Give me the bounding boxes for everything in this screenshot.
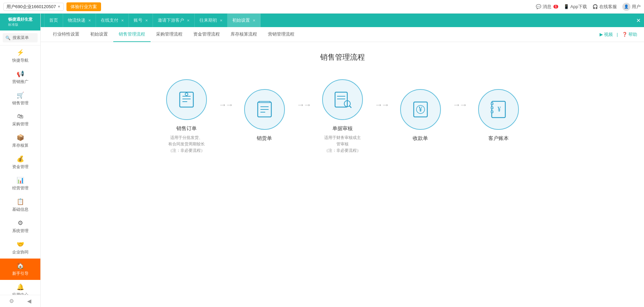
sidebar-item-finance[interactable]: 💰 资金管理	[0, 152, 40, 173]
search-menu-button[interactable]: 🔍 搜索菜单	[3, 33, 38, 42]
close-all-tabs-button[interactable]: ✕	[636, 17, 641, 24]
sub-tab-sales-flow[interactable]: 销售管理流程	[113, 27, 151, 42]
svg-rect-9	[335, 92, 347, 107]
headset-icon: 🎧	[592, 4, 598, 9]
sidebar-item-label: 库存核算	[12, 143, 28, 148]
tab-period[interactable]: 往来期初 ✕	[195, 14, 228, 27]
sidebar-item-inventory[interactable]: 📦 库存核算	[0, 130, 40, 152]
purchase-icon: 🛍	[17, 113, 23, 120]
sidebar-item-label: 经营管理	[12, 185, 28, 191]
message-item[interactable]: 💬 消息 6	[536, 4, 558, 10]
sidebar-item-app-center[interactable]: 🔔 应用中心	[0, 280, 40, 295]
sub-tab-inventory-flow[interactable]: 库存核算流程	[225, 27, 262, 42]
sidebar-item-purchase[interactable]: 🛍 采购管理	[0, 109, 40, 130]
top-bar: 用户690企业1660120507 ▼ 体验行业方案 💬 消息 6 📱 App下…	[0, 0, 644, 14]
tab-home[interactable]: 首页	[44, 14, 63, 27]
tab-init[interactable]: 初始设置 ✕	[228, 14, 260, 27]
sidebar-item-operation[interactable]: 📊 经营管理	[0, 173, 40, 195]
svg-rect-19	[491, 107, 493, 109]
sidebar-item-label: 系统管理	[12, 228, 28, 234]
flow-diagram: 销售订单 适用于分批发货、有合同发货周期较长（注：非必要流程） →→	[47, 79, 637, 154]
sidebar-item-label: 基础信息	[12, 207, 28, 212]
tab-period-close[interactable]: ✕	[220, 19, 222, 22]
sidebar-footer: ⚙ ◀	[0, 295, 40, 307]
enterprise-coop-icon: 🤝	[17, 241, 24, 248]
customer-account-name: 客户账本	[488, 135, 509, 142]
sales-order-name: 销售订单	[176, 125, 197, 132]
collapse-sidebar-button[interactable]: ◀	[27, 298, 31, 304]
tab-invite-label: 邀请下游客户	[158, 17, 184, 23]
sidebar-item-basic[interactable]: 📋 基础信息	[0, 195, 40, 216]
sidebar-item-marketing[interactable]: 📢 营销推广	[0, 67, 40, 88]
tab-init-label: 初始设置	[232, 17, 250, 23]
tab-logistics-close[interactable]: ✕	[88, 19, 91, 22]
logo-sub-text: 标准版	[8, 22, 33, 27]
app-center-icon: 🔔	[17, 283, 24, 291]
tab-invite[interactable]: 邀请下游客户 ✕	[153, 14, 195, 27]
doc-review-desc: 适用于财务审核或主管审核（注：非必要流程）	[324, 135, 361, 154]
nav-tabs: 首页 物流快递 ✕ 在线支付 ✕ 账号 ✕ 邀请下游客户 ✕ 往来期初 ✕	[41, 14, 644, 27]
tab-payment-close[interactable]: ✕	[121, 19, 124, 22]
top-bar-right: 💬 消息 6 📱 App下载 🎧 在线客服 👤 用户	[536, 3, 641, 11]
search-icon: 🔍	[5, 36, 11, 40]
video-label: 视频	[604, 32, 613, 38]
delivery-order-circle	[244, 89, 285, 130]
sidebar-item-system[interactable]: ⚙ 系统管理	[0, 216, 40, 237]
sub-tab-finance-flow-label: 资金管理流程	[193, 31, 220, 37]
svg-text:¥: ¥	[418, 105, 422, 113]
sidebar-item-enterprise-coop[interactable]: 🤝 企业协同	[0, 237, 40, 259]
system-icon: ⚙	[18, 219, 23, 227]
sidebar-item-new-guide[interactable]: 🏠 新手引导	[0, 259, 40, 280]
sub-tab-purchase-flow[interactable]: 采购管理流程	[151, 27, 188, 42]
trial-button[interactable]: 体验行业方案	[66, 2, 101, 11]
online-service-item[interactable]: 🎧 在线客服	[592, 4, 617, 10]
doc-review-name: 单据审核	[332, 125, 353, 132]
quick-nav-icon: ⚡	[17, 49, 24, 56]
svg-rect-18	[491, 103, 493, 105]
tab-home-label: 首页	[49, 17, 58, 23]
flow-step-sales-order: 销售订单 适用于分批发货、有合同发货周期较长（注：非必要流程）	[156, 79, 217, 154]
sidebar-item-sales[interactable]: 🛒 销售管理	[0, 88, 40, 109]
sub-tab-inventory-flow-label: 库存核算流程	[231, 31, 257, 37]
user-avatar-item[interactable]: 👤 用户	[622, 3, 641, 11]
help-button[interactable]: ❓ 帮助	[622, 32, 637, 38]
tab-account[interactable]: 账号 ✕	[129, 14, 153, 27]
inventory-icon: 📦	[17, 134, 24, 141]
flow-title: 销售管理流程	[47, 52, 637, 62]
sub-tab-init-settings[interactable]: 初始设置	[85, 27, 113, 42]
sub-tab-sales-flow-label: 销售管理流程	[119, 31, 145, 37]
svg-line-13	[349, 106, 351, 108]
user-label: 用户690企业1660120507	[6, 4, 56, 10]
content-area: 首页 物流快递 ✕ 在线支付 ✕ 账号 ✕ 邀请下游客户 ✕ 往来期初 ✕	[41, 14, 644, 307]
sub-tab-finance-flow[interactable]: 资金管理流程	[188, 27, 225, 42]
sub-tabs-right: ▶ 视频 | ❓ 帮助	[600, 32, 637, 38]
sidebar-item-label: 销售管理	[12, 100, 28, 106]
operation-icon: 📊	[17, 177, 24, 184]
settings-footer-button[interactable]: ⚙	[9, 298, 14, 304]
app-download-item[interactable]: 📱 App下载	[564, 4, 587, 10]
sidebar-item-label: 营销推广	[12, 79, 28, 85]
tab-invite-close[interactable]: ✕	[187, 19, 190, 22]
tab-account-close[interactable]: ✕	[145, 19, 148, 22]
message-label: 消息	[543, 4, 551, 10]
sidebar-item-quick-nav[interactable]: ⚡ 快捷导航	[0, 45, 40, 67]
app-download-icon: 📱	[564, 4, 569, 9]
flow-step-doc-review: 单据审核 适用于财务审核或主管审核（注：非必要流程）	[312, 79, 373, 154]
sub-tab-industry[interactable]: 行业特性设置	[47, 27, 85, 42]
svg-rect-20	[491, 111, 493, 113]
video-help-button[interactable]: ▶ 视频	[600, 32, 613, 38]
receipt-name: 收款单	[413, 135, 428, 142]
flow-arrow-1: →→	[219, 100, 232, 109]
tab-init-close[interactable]: ✕	[253, 19, 255, 22]
sidebar-item-label: 采购管理	[12, 121, 28, 127]
tab-logistics[interactable]: 物流快递 ✕	[63, 14, 96, 27]
flow-content: 销售管理流程 销售订单	[41, 42, 644, 307]
help-icon: ❓	[622, 32, 627, 37]
user-selector[interactable]: 用户690企业1660120507 ▼	[3, 3, 64, 11]
message-badge: 6	[553, 5, 558, 8]
tab-payment[interactable]: 在线支付 ✕	[96, 14, 129, 27]
delivery-order-name: 销货单	[257, 135, 272, 142]
sidebar-item-label: 快捷导航	[12, 58, 28, 63]
sub-tab-marketing-flow[interactable]: 营销管理流程	[262, 27, 300, 42]
sidebar-item-label: 企业协同	[12, 249, 28, 255]
